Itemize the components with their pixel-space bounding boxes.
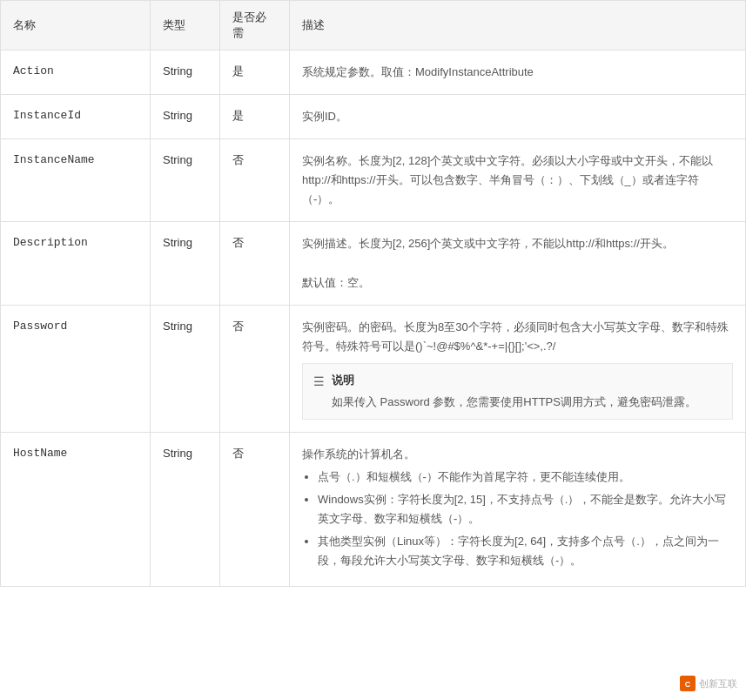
cell-name: Description xyxy=(1,222,151,305)
cell-name: Password xyxy=(1,305,151,432)
cell-description: 实例密码。的密码。长度为8至30个字符，必须同时包含大小写英文字母、数字和特殊符… xyxy=(290,305,746,432)
table-row: HostNameString否操作系统的计算机名。点号（.）和短横线（-）不能作… xyxy=(1,432,746,587)
table-row: InstanceIdString是实例ID。 xyxy=(1,95,746,139)
cell-name: InstanceName xyxy=(1,139,151,222)
cell-required: 否 xyxy=(220,222,290,305)
description-bullet-list: 点号（.）和短横线（-）不能作为首尾字符，更不能连续使用。Windows实例：字… xyxy=(302,468,733,570)
description-line: 实例描述。长度为[2, 256]个英文或中文字符，不能以http://和http… xyxy=(302,234,733,253)
cell-name: HostName xyxy=(1,432,151,587)
table-header-row: 名称 类型 是否必需 描述 xyxy=(1,1,746,50)
note-content: 如果传入 Password 参数，您需要使用HTTPS调用方式，避免密码泄露。 xyxy=(332,394,696,412)
cell-description: 实例描述。长度为[2, 256]个英文或中文字符，不能以http://和http… xyxy=(290,222,746,305)
header-name: 名称 xyxy=(1,1,151,50)
cell-required: 否 xyxy=(220,305,290,432)
note-box: ☰说明如果传入 Password 参数，您需要使用HTTPS调用方式，避免密码泄… xyxy=(302,363,733,420)
cell-type: String xyxy=(151,95,220,139)
cell-required: 否 xyxy=(220,432,290,587)
cell-type: String xyxy=(151,305,220,432)
description-line: 默认值：空。 xyxy=(302,273,733,293)
cell-required: 否 xyxy=(220,139,290,222)
cell-description: 操作系统的计算机名。点号（.）和短横线（-）不能作为首尾字符，更不能连续使用。W… xyxy=(290,432,746,587)
description-main: 实例密码。的密码。长度为8至30个字符，必须同时包含大小写英文字母、数字和特殊符… xyxy=(302,318,733,356)
cell-type: String xyxy=(151,432,220,587)
api-params-table: 名称 类型 是否必需 描述 ActionString是系统规定参数。取值：Mod… xyxy=(0,0,746,587)
header-type: 类型 xyxy=(151,1,220,50)
cell-description: 实例名称。长度为[2, 128]个英文或中文字符。必须以大小字母或中文开头，不能… xyxy=(290,139,746,222)
table-row: ActionString是系统规定参数。取值：ModifyInstanceAtt… xyxy=(1,50,746,95)
cell-description: 实例ID。 xyxy=(290,95,746,139)
cell-type: String xyxy=(151,139,220,222)
description-intro: 操作系统的计算机名。 xyxy=(302,445,733,464)
bullet-item: 点号（.）和短横线（-）不能作为首尾字符，更不能连续使用。 xyxy=(318,468,733,487)
cell-description: 系统规定参数。取值：ModifyInstanceAttribute xyxy=(290,50,746,95)
cell-name: InstanceId xyxy=(1,95,151,139)
header-description: 描述 xyxy=(290,1,746,50)
cell-type: String xyxy=(151,50,220,95)
note-title: 说明 xyxy=(332,371,696,390)
header-required: 是否必需 xyxy=(220,1,290,50)
cell-type: String xyxy=(151,222,220,305)
note-icon: ☰ xyxy=(313,372,325,393)
bullet-item: Windows实例：字符长度为[2, 15]，不支持点号（.），不能全是数字。允… xyxy=(318,490,733,528)
cell-name: Action xyxy=(1,50,151,95)
note-text-container: 说明如果传入 Password 参数，您需要使用HTTPS调用方式，避免密码泄露… xyxy=(332,371,696,412)
table-row: DescriptionString否实例描述。长度为[2, 256]个英文或中文… xyxy=(1,222,746,305)
cell-required: 是 xyxy=(220,95,290,139)
table-row: InstanceNameString否实例名称。长度为[2, 128]个英文或中… xyxy=(1,139,746,222)
cell-required: 是 xyxy=(220,50,290,95)
table-row: PasswordString否实例密码。的密码。长度为8至30个字符，必须同时包… xyxy=(1,305,746,432)
bullet-item: 其他类型实例（Linux等）：字符长度为[2, 64]，支持多个点号（.），点之… xyxy=(318,532,733,570)
